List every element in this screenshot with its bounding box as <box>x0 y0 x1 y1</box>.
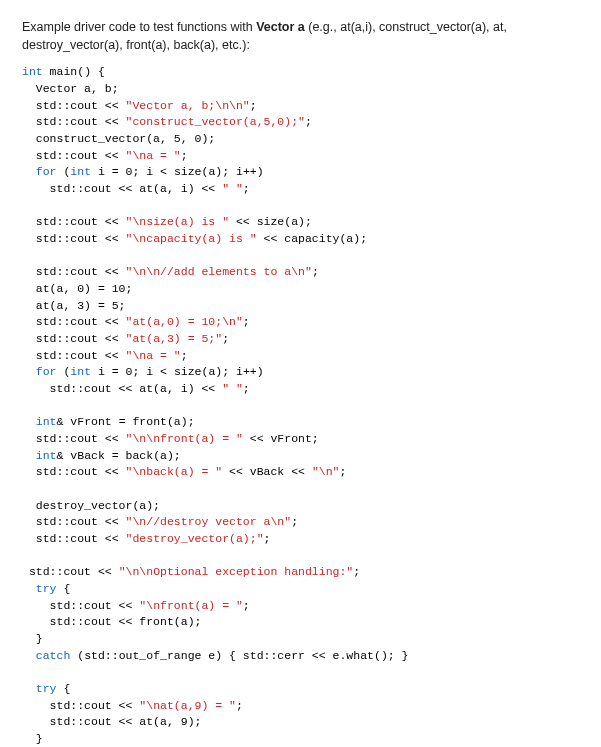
kw-catch: catch <box>36 649 71 662</box>
code-text: ; <box>339 465 346 478</box>
string-literal: "construct_vector(a,5,0);" <box>126 115 305 128</box>
code-text: ; <box>236 699 243 712</box>
intro-prefix: Example driver code to test functions wi… <box>22 20 256 34</box>
code-text: Vector a, b; <box>22 82 119 95</box>
string-literal: "\nback(a) = " <box>126 465 223 478</box>
string-literal: " " <box>222 382 243 395</box>
string-literal: "destroy_vector(a);" <box>126 532 264 545</box>
code-text: ( <box>57 165 71 178</box>
string-literal: "at(a,3) = 5;" <box>126 332 223 345</box>
code-text <box>22 449 36 462</box>
code-text: << size(a); <box>229 215 312 228</box>
string-literal: "\nat(a,9) = " <box>139 699 236 712</box>
code-text: std::cout << <box>22 699 139 712</box>
code-text: ( <box>57 365 71 378</box>
code-text <box>22 165 36 178</box>
code-text: { <box>57 582 71 595</box>
code-text: ; <box>312 265 319 278</box>
code-text: (std::out_of_range e) { std::cerr << e.w… <box>70 649 408 662</box>
code-text <box>22 582 36 595</box>
string-literal: "\n" <box>312 465 340 478</box>
kw-int: int <box>70 165 91 178</box>
code-text: at(a, 3) = 5; <box>22 299 126 312</box>
code-text: std::cout << <box>22 232 126 245</box>
string-literal: "\n\n//add elements to a\n" <box>126 265 312 278</box>
code-text: ; <box>250 99 257 112</box>
code-text: } <box>22 632 43 645</box>
string-literal: "at(a,0) = 10;\n" <box>126 315 243 328</box>
code-text: std::cout << at(a, i) << <box>22 182 222 195</box>
string-literal: "\na = " <box>126 349 181 362</box>
code-text: i = 0; i < size(a); i++) <box>91 365 264 378</box>
code-text: & vFront = front(a); <box>57 415 195 428</box>
kw-try: try <box>36 682 57 695</box>
document-page: Example driver code to test functions wi… <box>0 0 601 747</box>
code-text: ; <box>264 532 271 545</box>
string-literal: "\n//destroy vector a\n" <box>126 515 292 528</box>
code-text: std::cout << <box>22 265 126 278</box>
code-text: { <box>57 682 71 695</box>
code-text: std::cout << at(a, 9); <box>22 715 201 728</box>
string-literal: "\n\nfront(a) = " <box>126 432 243 445</box>
code-text: << vBack << <box>222 465 312 478</box>
code-text: ; <box>181 149 188 162</box>
code-text: std::cout << front(a); <box>22 615 201 628</box>
kw-int: int <box>70 365 91 378</box>
code-text <box>22 415 36 428</box>
code-text: construct_vector(a, 5, 0); <box>22 132 215 145</box>
string-literal: "\n\nOptional exception handling:" <box>119 565 354 578</box>
code-text: std::cout << <box>22 332 126 345</box>
code-text <box>22 365 36 378</box>
code-text: ; <box>243 382 250 395</box>
code-text: std::cout << <box>22 149 126 162</box>
code-text: ; <box>222 332 229 345</box>
code-text: << vFront; <box>243 432 319 445</box>
code-text: std::cout << <box>22 515 126 528</box>
string-literal: "Vector a, b;\n\n" <box>126 99 250 112</box>
kw-for: for <box>36 365 57 378</box>
intro-paragraph: Example driver code to test functions wi… <box>22 18 579 54</box>
kw-int: int <box>36 415 57 428</box>
code-text: std::cout << <box>22 99 126 112</box>
kw-try: try <box>36 582 57 595</box>
code-text <box>22 649 36 662</box>
code-text: } <box>22 732 43 745</box>
code-text: std::cout << <box>22 115 126 128</box>
string-literal: "\na = " <box>126 149 181 162</box>
code-text: at(a, 0) = 10; <box>22 282 132 295</box>
code-text: destroy_vector(a); <box>22 499 160 512</box>
code-text: std::cout << <box>22 532 126 545</box>
code-text: std::cout << <box>22 432 126 445</box>
kw-int: int <box>36 449 57 462</box>
code-text: & vBack = back(a); <box>57 449 181 462</box>
code-text: std::cout << <box>22 565 119 578</box>
code-text: i = 0; i < size(a); i++) <box>91 165 264 178</box>
kw-for: for <box>36 165 57 178</box>
code-text: std::cout << <box>22 215 126 228</box>
code-text: std::cout << <box>22 315 126 328</box>
string-literal: "\nsize(a) is " <box>126 215 230 228</box>
code-text: main() { <box>43 65 105 78</box>
code-text: ; <box>305 115 312 128</box>
string-literal: " " <box>222 182 243 195</box>
code-text <box>22 682 36 695</box>
code-text: std::cout << <box>22 465 126 478</box>
code-text: ; <box>243 315 250 328</box>
code-text: std::cout << <box>22 349 126 362</box>
code-block: int main() { Vector a, b; std::cout << "… <box>22 64 579 747</box>
code-text: ; <box>291 515 298 528</box>
code-text: ; <box>181 349 188 362</box>
intro-bold: Vector a <box>256 20 305 34</box>
code-text: ; <box>243 599 250 612</box>
code-text: ; <box>243 182 250 195</box>
string-literal: "\nfront(a) = " <box>139 599 243 612</box>
string-literal: "\ncapacity(a) is " <box>126 232 257 245</box>
code-text: << capacity(a); <box>257 232 367 245</box>
code-text: std::cout << <box>22 599 139 612</box>
code-text: ; <box>353 565 360 578</box>
code-text: std::cout << at(a, i) << <box>22 382 222 395</box>
kw-int: int <box>22 65 43 78</box>
